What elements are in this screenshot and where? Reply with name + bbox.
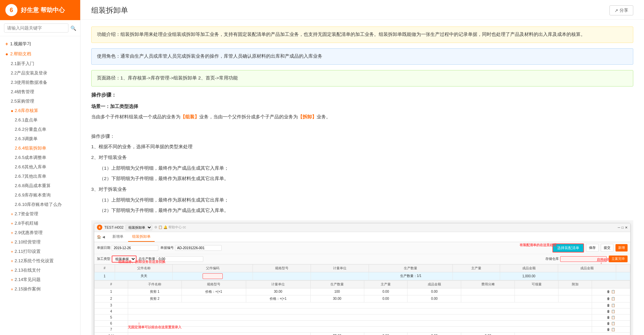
scene1-desc: 当由多个子件材料组装成一个成品的业务为【组装】业务，当由一个父件拆分成多个子产品… [91,113,633,121]
brand-name: 好生意 帮助中心 [21,6,65,14]
qty-input[interactable] [157,256,203,262]
app-nav-tabs: 🏠 ◀ 新增单 组装拆卸单 [94,232,630,242]
main-header: 组装拆卸单 ↗ 分享 [80,0,644,20]
sidebar-item-stock-error[interactable]: 2.6.10库存账本错了么办 [0,200,80,209]
sidebar-item-inventory[interactable]: ● 2.6库存核算 [0,106,80,115]
td-child-code3 [181,295,246,302]
th-seq: # [95,264,115,272]
th-child-code: 规格型号 [181,280,246,288]
td-seq5: 4 [95,308,128,314]
left-nav-icons: 🏠 ◀ [97,235,105,239]
minimize-btn[interactable]: ─ [618,226,620,229]
tf-empty2 [515,332,630,335]
sidebar-item-newcomer[interactable]: 2.1新手入门 [0,59,80,68]
sidebar-item-stocktake[interactable]: 2.6.1盘点单 [0,115,80,125]
td-unit3: 30.00 [246,288,310,295]
sidebar-item-custom[interactable]: +2.12系统个性化设置 [0,256,80,266]
sidebar-item-video[interactable]: + 1.视频学习 [0,39,80,49]
sidebar-item-label: 1.视频学习 [10,41,31,47]
expand-icon: + [11,268,13,273]
sidebar-item-help-docs[interactable]: ● 2.帮助文档 [0,49,80,59]
table-row: 1 剪剪 1 价格：+(+1 30.00 100 0.00 0.00 🗑 [95,288,630,295]
th-action2 [592,280,630,288]
sidebar-item-ops[interactable]: +2.10经营管理 [0,237,80,247]
main-content: 组装拆卸单 ↗ 分享 功能介绍：组装拆卸单用来处理企业组装或拆卸等加工业务，支持… [80,0,644,335]
date-field-group: 单据日期 [97,245,158,251]
tf-val4: 0.00 [461,332,515,335]
action-btn1[interactable]: 保存 [586,244,599,252]
table-row: 5 🗑 📋 [95,314,630,320]
search-icon[interactable]: 🔍 [70,25,76,31]
sidebar-item-purchase[interactable]: 2.5采购管理 [0,97,80,106]
sidebar-item-stock-check[interactable]: 2.6.9库存账本查询 [0,190,80,200]
app-icons: ⚙ 📋 🔔 帮助中心 cc [154,225,186,230]
sidebar-item-label: 2.帮助文档 [10,51,31,57]
sidebar-item-finance[interactable]: +2.7资金管理 [0,209,80,219]
sidebar-item-faq[interactable]: +2.14常见问题 [0,275,80,284]
upper-table-wrap: # 父件名称 父件编码 规格型号 计量单位 生产数量 主产量 成品金额 成品金额 [94,264,630,280]
close-btn[interactable]: ✕ [625,226,628,229]
home-icon[interactable]: 🏠 [97,235,101,239]
sidebar-item-goods-cost[interactable]: 2.6.8商品成本重算 [0,181,80,190]
warehouse-input[interactable] [560,256,607,262]
form-toolbar: 单据日期 单据编号 选择装配清单 保存 提交 [94,242,630,254]
tf-empty [128,332,310,335]
search-input[interactable] [4,23,68,33]
td-parent-name: 关关 [115,272,173,280]
td-child-name: 剪剪 1 [128,288,181,295]
expand-icon: + [5,41,8,47]
tab-new[interactable]: 新增单 [108,232,127,242]
td-unit [311,272,369,280]
app-logo: 6 [5,4,17,16]
collapse-icon: ● [5,51,8,57]
sidebar-item-assembly[interactable]: 2.6.4组装拆卸单 [0,144,80,153]
sidebar-item-cost-adjust[interactable]: 2.6.5成本调整单 [0,153,80,162]
app-logo-small: 6 [97,225,102,230]
table-footer: 合计 $$.00 0.00 0.00 0.00 [95,332,630,335]
sidebar-item-print[interactable]: +2.11打印设置 [0,247,80,256]
td-row-action4: 🗑 📋 [592,302,630,308]
th-prod-qty: 生产数量 [369,264,453,272]
parent-code-input[interactable] [203,273,223,279]
th-sub-qty: 生产数量 [310,280,364,288]
docno-input[interactable] [175,245,222,251]
sidebar-item-other-in[interactable]: 2.6.6其他入库单 [0,162,80,172]
action-btn2[interactable]: 提交 [601,244,613,252]
bom-button[interactable]: 选择装配清单 [552,243,584,253]
sidebar-item-data-prep[interactable]: 2.3使用前数据准备 [0,78,80,87]
sidebar-item-partial-stocktake[interactable]: 2.6.2分量盘点单 [0,125,80,134]
date-label: 单据日期 [97,245,110,250]
td-alloc2 [461,288,515,295]
back-icon[interactable]: ◀ [102,235,105,239]
td-row-action8: 🗑 📋 [592,326,630,332]
type-select[interactable]: 组装单据 拆卸单据 [112,256,137,263]
td-main2: 0.00 [364,288,408,295]
sidebar-item-install[interactable]: 2.2产品安装及登录 [0,68,80,78]
sidebar-item-sales[interactable]: 2.4销售管理 [0,87,80,97]
th-main-qty2: 主产量 [364,280,408,288]
sidebar-item-mobile[interactable]: +2.8手机旺铺 [0,219,80,228]
maximize-btn[interactable]: □ [622,226,624,229]
sidebar-item-coupons[interactable]: +2.9优惠券管理 [0,228,80,237]
sidebar-item-other-out[interactable]: 2.6.7其他出库单 [0,172,80,181]
sidebar-item-cases[interactable]: +2.15操作案例 [0,284,80,294]
expand-icon: + [11,212,13,217]
app-selector[interactable]: 组装拆卸单 [125,225,152,230]
td-amount1: 1,000.00 [500,272,558,280]
expand-icon: + [11,240,13,245]
share-button[interactable]: ↗ 分享 [609,5,633,15]
tab-assembly[interactable]: 组装拆卸单 [128,232,155,242]
td-spec [253,272,311,280]
share-icon: ↗ [614,8,618,13]
sidebar-item-online-pay[interactable]: +2.13在线支付 [0,266,80,275]
sidebar-item-adjustment[interactable]: 2.6.3调拨单 [0,134,80,144]
td-addon2 [558,288,592,295]
date-input[interactable] [112,245,158,251]
action-btn3[interactable]: 新增 [615,244,628,252]
td-addon3 [558,295,592,302]
th-alloc: 费用分摊 [461,280,515,288]
form-area: 单据日期 单据编号 选择装配清单 保存 提交 [94,242,630,264]
confirm-btn[interactable]: 立案完毕 [609,256,628,262]
app-window: 6 TEST-H002 组装拆卸单 ⚙ 📋 🔔 帮助中心 cc ─ □ ✕ [94,223,631,335]
expand-icon: + [11,230,13,235]
